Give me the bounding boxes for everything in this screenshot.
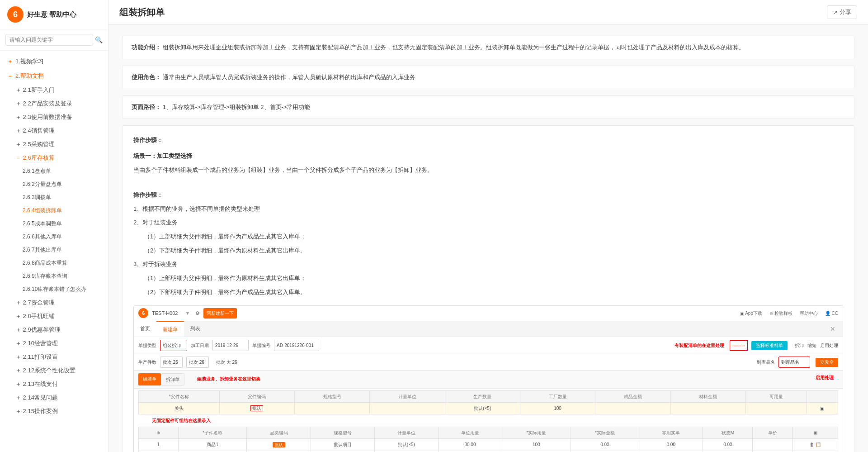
mock-th-2: 父件编码: [219, 391, 294, 403]
sidebar-item-2-6-9[interactable]: 2.6.9库存账本查询: [0, 270, 108, 283]
plus-icon-2-9: ＋: [15, 326, 21, 333]
mock-dept-label: 到库品名: [757, 358, 775, 366]
step2-sub1: （1）上部明细为父件明细，最终作为产成品生成其它入库单；: [133, 231, 843, 243]
mock-lr-1-2: 批认: [247, 439, 311, 451]
mock-th-6: 工厂数量: [520, 391, 595, 403]
sidebar-item-2-6-8[interactable]: 2.6.8商品成本重算: [0, 257, 108, 270]
sidebar-item-2-3[interactable]: ＋ 2.3使用前数据准备: [0, 110, 108, 124]
sidebar-item-2-6-7[interactable]: 2.6.7其他出库单: [0, 243, 108, 257]
sidebar-item-2-6-1[interactable]: 2.6.1盘点单: [0, 165, 108, 178]
sidebar-item-2-7[interactable]: ＋ 2.7资金管理: [0, 296, 108, 309]
mock-lth-8: 零用实单: [639, 427, 703, 439]
mock-lower-table: ⊕ *子件名称 品类编码 规格型号 计量单位 单位用量 *实际用量 *实际金额 …: [138, 427, 838, 452]
step3-sub1: （1）上部明细为父件明细，最终作为原材料生成其它出库单；: [133, 273, 843, 284]
mock-upper-cell-1-2: 批认: [219, 403, 294, 414]
mock-btn-assembly[interactable]: 组装单: [138, 373, 161, 385]
mock-lr-1-10: [753, 439, 793, 451]
mock-lth-6: *实际用量: [502, 427, 571, 439]
sidebar: 6 好生意 帮助中心 🔍 ＋ 1.视频学习 － 2.帮助文档 ＋ 2.1新手入门: [0, 0, 108, 452]
mock-annotation-1: 有装配清单的在这里处理: [675, 341, 724, 350]
mock-order-input[interactable]: AD-20191226-001: [274, 340, 319, 351]
mock-badge: 阿新建新一下: [203, 308, 237, 319]
sidebar-item-2-6-10[interactable]: 2.6.10库存账本错了怎么办: [0, 283, 108, 296]
mock-lth-4: 计量单位: [374, 427, 438, 439]
sidebar-item-2-4[interactable]: ＋ 2.4销售管理: [0, 124, 108, 138]
plus-icon-2-5: ＋: [15, 141, 21, 147]
nav-section-2: － 2.帮助文档 ＋ 2.1新手入门 ＋ 2.2产品安装及登录 ＋ 2.3使用前…: [0, 69, 108, 418]
mock-upper-table-header: *父件名称 父件编码 规格型号 计量单位 生产数量 工厂数量 成品金额 材料金额…: [139, 391, 838, 403]
sidebar-item-2-6-5[interactable]: 2.6.5成本调整单: [0, 217, 108, 230]
sidebar-item-label: 1.视频学习: [15, 57, 44, 66]
page-title: 组装拆卸单: [119, 6, 165, 19]
mock-lth-2: 品类编码: [247, 427, 311, 439]
sidebar-item-2[interactable]: － 2.帮助文档: [0, 69, 108, 83]
step3: 3、对于拆装业务: [133, 259, 843, 270]
mock-tab-home[interactable]: 首页: [134, 321, 156, 337]
sidebar-item-2-15[interactable]: ＋ 2.15操作案例: [0, 404, 108, 418]
mock-btn-disassembly[interactable]: 拆卸单: [161, 373, 184, 385]
mock-test-id: TEST-H002: [152, 309, 178, 318]
sidebar-item-2-6-4[interactable]: 2.6.4组装拆卸单: [0, 204, 108, 217]
mock-lr-1-8: 0.00: [639, 439, 703, 451]
minus-icon: －: [7, 72, 13, 80]
sidebar-item-2-6-6[interactable]: 2.6.6其他入库单: [0, 230, 108, 243]
path-block: 页面路径： 1、库存核算->库存管理->组装拆卸单 2、首页->常用功能: [122, 95, 854, 119]
sidebar-item-1[interactable]: ＋ 1.视频学习: [0, 54, 108, 69]
mock-date-label: 加工日期: [191, 341, 209, 350]
mock-tab-new[interactable]: 新建单: [156, 321, 184, 337]
mock-dept-input[interactable]: 到库品名: [778, 357, 810, 368]
mock-type-input[interactable]: 组装拆卸: [160, 340, 187, 351]
step3-sub2: （2）下部明细为子件明细，最终作为产成品生成其它入库单。: [133, 287, 843, 298]
sidebar-item-2-1[interactable]: ＋ 2.1新手入门: [0, 83, 108, 97]
mock-tab-list[interactable]: 列表: [184, 321, 207, 337]
mock-lth-0: ⊕: [139, 427, 179, 439]
mock-close-icon[interactable]: ✕: [826, 321, 839, 337]
mock-lth-10: 单价: [753, 427, 793, 439]
logo-area: 6 好生意 帮助中心: [0, 0, 108, 29]
mock-avatar: 👤 CC: [825, 309, 838, 318]
sidebar-item-2-6-2[interactable]: 2.6.2分量盘点单: [0, 178, 108, 191]
main-header: 组装拆卸单 ↗ 分享: [108, 0, 868, 25]
sidebar-item-2-6[interactable]: － 2.6库存核算: [0, 151, 108, 165]
mock-date-input[interactable]: 2019-12-26: [212, 340, 249, 351]
mock-select-std-btn[interactable]: 选择标准料单: [751, 341, 788, 350]
mock-upper-table: *父件名称 父件编码 规格型号 计量单位 生产数量 工厂数量 成品金额 材料金额…: [138, 390, 838, 414]
share-button[interactable]: ↗ 分享: [827, 5, 857, 19]
search-area: 🔍: [0, 29, 108, 51]
mock-nav-help: ⊕ 检验样板: [769, 309, 793, 318]
sidebar-item-2-9[interactable]: ＋ 2.9优惠券管理: [0, 323, 108, 337]
sidebar-item-2-11[interactable]: ＋ 2.11打印设置: [0, 350, 108, 364]
mock-count-input[interactable]: 批次 26: [160, 357, 183, 368]
mock-lr-1-0: 1: [139, 439, 179, 451]
sidebar-item-2-8[interactable]: ＋ 2.8手机旺铺: [0, 309, 108, 323]
mock-top-nav: ▣ App下载 ⊕ 检验样板 帮助中心 👤 CC: [740, 309, 838, 318]
mock-confirm-btn[interactable]: 立发空: [816, 358, 838, 367]
sidebar-item-2-6-3[interactable]: 2.6.3调拨单: [0, 191, 108, 204]
sidebar-item-2-10[interactable]: ＋ 2.10经营管理: [0, 337, 108, 350]
role-text: 通常由生产人员或库管人员完成拆装业务的操作，库管人员确认原材料的出库和产成品的入…: [163, 74, 415, 81]
plus-icon-2-3: ＋: [15, 114, 21, 120]
search-button[interactable]: 🔍: [95, 36, 103, 43]
mock-header-form: 单据类型 组装拆卸 加工日期 2019-12-26 单据编号 AD-201912…: [134, 337, 843, 354]
share-label: 分享: [840, 8, 851, 16]
mock-count2-input[interactable]: 批次 26: [186, 357, 209, 368]
mock-lr-1-3: 批认项目: [311, 439, 374, 451]
sidebar-item-2-13[interactable]: ＋ 2.13在线支付: [0, 377, 108, 391]
sidebar-item-2-12[interactable]: ＋ 2.12系统个性化设置: [0, 364, 108, 377]
screenshot-inner: 6 TEST-H002 ▼ ⚙ 阿新建新一下 ▣ App下载 ⊕ 检验样板 帮助…: [134, 306, 843, 452]
mock-lr-1-6: 100: [502, 439, 571, 451]
path-label: 页面路径：: [132, 104, 161, 110]
mock-proc3-label: 启用处理: [820, 341, 838, 350]
mock-form-row-2: 生产件数 批次 26 批次 26 批次 大 26 到库品名 到库品名 立发空: [134, 354, 843, 371]
sidebar-item-2-14[interactable]: ＋ 2.14常见问题: [0, 391, 108, 404]
minus-icon-2-6: －: [15, 154, 21, 161]
sidebar-item-2-2[interactable]: ＋ 2.2产品安装及登录: [0, 97, 108, 110]
search-input[interactable]: [5, 34, 93, 46]
mock-upper-cell-1-10: ▣: [807, 403, 838, 414]
plus-icon-2-7: ＋: [15, 299, 21, 306]
mock-tab-container: 首页 新建单 列表 ✕: [134, 321, 843, 338]
mock-lower-row-1: 1 商品1 批认 批认项目 批认(×5) 30.00 100 0.00 0.00: [139, 439, 838, 451]
sidebar-item-2-5[interactable]: ＋ 2.5采购管理: [0, 138, 108, 151]
share-icon: ↗: [833, 9, 838, 16]
nav-sub-items-2: ＋ 2.1新手入门 ＋ 2.2产品安装及登录 ＋ 2.3使用前数据准备 ＋ 2.…: [0, 83, 108, 418]
